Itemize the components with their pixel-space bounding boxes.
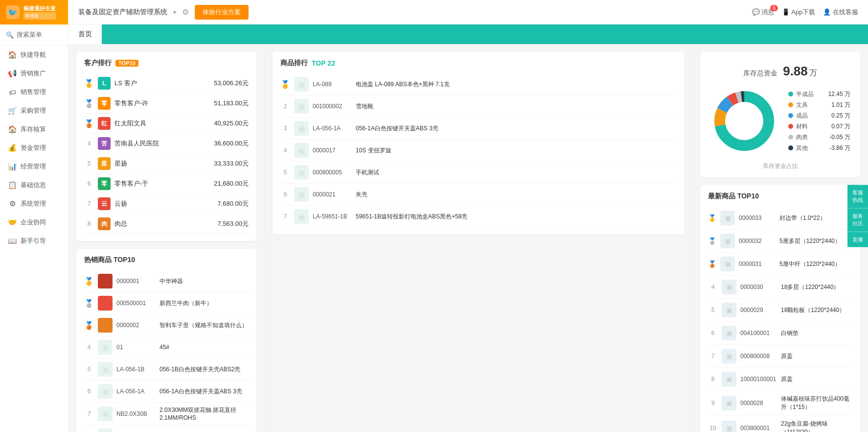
legend-item: 成品 0.25 万 — [788, 112, 850, 120]
product-name: 中华神器 — [160, 277, 249, 286]
float-btn-hotline[interactable]: 客服热线 — [847, 185, 868, 209]
topbar-title: 装备及固定资产辅助管理系统 — [78, 8, 167, 17]
app-download[interactable]: 📱 App下载 — [782, 8, 815, 17]
brand-name: 畅捷通好生意 — [23, 5, 56, 12]
rank-num: 2 — [280, 103, 290, 110]
product-code: LA-056-1A — [313, 125, 352, 132]
customer-amount: 7,563.00元 — [217, 219, 249, 228]
rank-medal: 🥉 — [84, 119, 94, 128]
sidebar-item-label: 销售管理 — [21, 88, 46, 96]
product-code: 000800008 — [740, 353, 777, 360]
rank-num: 3 — [280, 125, 290, 132]
customer-name: 红太阳文具 — [114, 119, 210, 128]
sidebar-item-operation[interactable]: 📊 经营管理 — [0, 157, 68, 176]
online-service[interactable]: 👤 在线客服 — [823, 8, 858, 17]
rank-num: 7 — [280, 213, 290, 220]
customer-amount: 33,333.00元 — [214, 159, 249, 168]
sidebar-item-marketing[interactable]: 📢 营销推广 — [0, 64, 68, 83]
customer-rank-row: 5 星 星扬 33,333.00元 — [84, 154, 249, 174]
sidebar-item-purchase[interactable]: 🛒 采购管理 — [0, 101, 68, 120]
sidebar-item-basic[interactable]: 📋 基础信息 — [0, 176, 68, 194]
product-thumb: ▣ — [294, 165, 309, 180]
float-btn-live[interactable]: 直播 — [847, 232, 868, 247]
service-icon: 👤 — [823, 8, 831, 16]
newest-product-row: 10 ▣ 003800001 22g鱼豆腐-烧烤味（1*12*20） — [708, 416, 852, 432]
product-code: 01 — [116, 344, 156, 351]
rank-num: 5 — [84, 366, 94, 373]
rank-num: 8 — [708, 376, 718, 383]
product-thumb: ▣ — [294, 77, 309, 92]
inventory-total: 库存总资金 9.88 万 — [708, 59, 852, 82]
rank-num: 6 — [708, 330, 718, 336]
product-code: 0000029 — [740, 307, 777, 313]
sidebar-item-label: 营销推广 — [21, 69, 46, 78]
rank-num: 8 — [84, 220, 94, 227]
product-thumb: ▣ — [98, 429, 113, 432]
float-btn-community[interactable]: 服务社区 — [847, 208, 868, 232]
sidebar-item-label: 企业协同 — [21, 218, 46, 227]
legend-dot — [788, 145, 793, 150]
sidebar-item-enterprise[interactable]: 🤝 企业协同 — [0, 213, 68, 232]
legend-dot — [788, 92, 793, 96]
customer-name: 星扬 — [114, 159, 210, 168]
product-code: 10000100001 — [740, 376, 777, 383]
main-area: 装备及固定资产辅助管理系统 ▾ ⚙ 体验行业方案 💬 消息 6 📱 App下载 … — [69, 0, 868, 432]
sidebar-item-label: 库存核算 — [21, 125, 46, 134]
product-name: 10S 变扭罗旋 — [356, 146, 676, 155]
sidebar-item-label: 基础信息 — [21, 181, 46, 190]
top10-badge: TOP10 — [115, 60, 138, 67]
messages-badge[interactable]: 💬 消息 6 — [752, 8, 775, 17]
sidebar-item-quick-nav[interactable]: 🏠 快捷导航 — [0, 46, 68, 64]
left-column: 客户排行 TOP10 🥇 L LS 客户 53,006.26元 🥈 零 零售客户… — [69, 44, 264, 432]
product-rank-row: 7 ▣ LA-59651-1B 59651-1B旋转投影灯电池盒ABS黑色+58… — [280, 206, 676, 228]
donut-row: 半成品 12.45 万 文具 1.01 万 成品 0.25 万 材料 0.07 … — [708, 82, 852, 160]
product-name: 电池盖 LA-089 ABS本色+黑种 7.1克 — [356, 80, 676, 89]
rank-num: 9 — [708, 400, 718, 407]
customer-name: LS 客户 — [114, 79, 210, 88]
sidebar-item-sales[interactable]: 🏷 销售管理 — [0, 83, 68, 101]
inventory-amount: 9.88 — [783, 64, 808, 78]
inventory-card: 库存总资金 9.88 万 — [700, 52, 860, 177]
product-code: 000800005 — [313, 169, 352, 176]
topbar-right: 💬 消息 6 📱 App下载 👤 在线客服 — [752, 8, 858, 17]
product-name: 手机测试 — [356, 168, 676, 177]
legend-name: 文具 — [796, 101, 818, 109]
product-code: 004100001 — [740, 330, 777, 336]
product-rank-row: 5 ▣ 000800005 手机测试 — [280, 162, 676, 184]
customer-avatar: 零 — [98, 177, 111, 190]
sidebar-item-system[interactable]: ⚙ 系统管理 — [0, 194, 68, 213]
tab-home[interactable]: 首页 — [69, 24, 102, 44]
topbar: 装备及固定资产辅助管理系统 ▾ ⚙ 体验行业方案 💬 消息 6 📱 App下载 … — [69, 0, 868, 24]
customer-ranking-title: 客户排行 TOP10 — [84, 59, 249, 68]
search-area[interactable]: 🔍 搜索菜单 — [0, 24, 68, 46]
product-name: 智利车子里（规格不知道填什么） — [160, 321, 249, 330]
rank-medal: 🥇 — [84, 79, 94, 88]
rank-num: 5 — [280, 169, 290, 176]
rank-num: 7 — [84, 200, 94, 207]
donut-chart — [710, 87, 778, 155]
sidebar-item-guide[interactable]: 📖 新手引导 — [0, 232, 68, 250]
sidebar-item-finance[interactable]: 💰 资金管理 — [0, 139, 68, 157]
product-thumb — [98, 318, 113, 333]
product-code: LA-056-1B — [116, 366, 156, 373]
product-code: 000500001 — [116, 300, 156, 307]
brand-icon: 🐦 — [6, 5, 20, 19]
product-thumb: ▣ — [98, 384, 113, 399]
rank-num: 5 — [84, 160, 94, 167]
newest-product-row: 4 ▣ 0000030 18多层（1220*2440） — [708, 276, 852, 299]
settings-icon[interactable]: ⚙ — [182, 7, 189, 17]
trial-button[interactable]: 体验行业方案 — [195, 5, 249, 20]
product-thumb: ▣ — [722, 372, 736, 386]
product-thumb: ▣ — [98, 340, 113, 355]
rank-medal: 🥇 — [708, 214, 716, 222]
sidebar-item-inventory[interactable]: 🏠 库存核算 — [0, 120, 68, 139]
legend-dot — [788, 102, 793, 107]
customer-name: 肉总 — [114, 219, 213, 228]
rank-num: 6 — [280, 191, 290, 198]
search-icon: 🔍 — [6, 31, 14, 39]
inventory-label: 库存总资金 — [743, 69, 777, 77]
search-menu-button[interactable]: 🔍 搜索菜单 — [6, 28, 62, 41]
inventory-legend: 半成品 12.45 万 文具 1.01 万 成品 0.25 万 材料 0.07 … — [788, 90, 850, 152]
dropdown-icon[interactable]: ▾ — [173, 9, 176, 16]
legend-value: 1.01 万 — [821, 101, 850, 109]
